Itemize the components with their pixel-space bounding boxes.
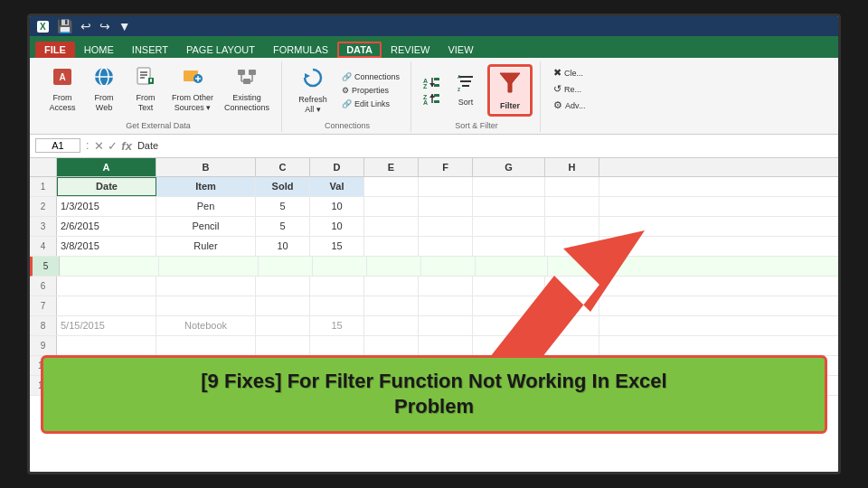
cell-e4[interactable] — [364, 237, 419, 256]
tab-data[interactable]: DATA — [337, 42, 382, 58]
col-header-e[interactable]: E — [364, 158, 419, 176]
tab-home[interactable]: HOME — [75, 42, 123, 58]
advanced-btn[interactable]: ⚙ Adv... — [550, 98, 589, 113]
sort-button[interactable]: A Z Sort — [449, 70, 482, 110]
cell-a8[interactable]: 5/15/2015 — [57, 316, 156, 335]
connections-btn[interactable]: 🔗 Connections — [338, 70, 403, 83]
undo-btn[interactable]: ↩ — [78, 19, 94, 33]
cell-c7[interactable] — [256, 296, 310, 315]
cell-d9[interactable] — [310, 336, 364, 355]
cell-c5[interactable] — [259, 257, 313, 276]
reapply-btn[interactable]: ↺ Re... — [550, 81, 589, 97]
existing-connections-button[interactable]: ExistingConnections — [220, 63, 274, 116]
col-header-d[interactable]: D — [310, 158, 364, 176]
col-header-c[interactable]: C — [256, 158, 310, 176]
properties-btn[interactable]: ⚙ Properties — [338, 84, 403, 97]
cell-g6[interactable] — [473, 277, 545, 296]
cell-g1[interactable] — [473, 177, 545, 196]
col-header-a[interactable]: A — [57, 158, 156, 176]
cell-e1[interactable] — [364, 177, 419, 196]
edit-links-btn[interactable]: 🔗 Edit Links — [338, 98, 403, 110]
cell-a1[interactable]: Date — [57, 177, 156, 196]
cell-h9[interactable] — [545, 336, 599, 355]
from-text-button[interactable]: FromText — [126, 63, 165, 116]
cell-h2[interactable] — [545, 197, 599, 216]
cell-a5[interactable] — [60, 257, 159, 276]
cell-g4[interactable] — [473, 237, 545, 256]
cell-d2[interactable]: 10 — [310, 197, 364, 216]
cell-e2[interactable] — [364, 197, 419, 216]
cell-d4[interactable]: 15 — [310, 237, 364, 256]
cell-f4[interactable] — [419, 237, 473, 256]
cell-f7[interactable] — [419, 296, 473, 315]
cell-b7[interactable] — [156, 296, 256, 315]
cell-h6[interactable] — [545, 277, 599, 296]
cell-b2[interactable]: Pen — [156, 197, 256, 216]
clear-btn[interactable]: ✖ Cle... — [550, 65, 589, 80]
cell-f8[interactable] — [419, 316, 473, 335]
col-header-f[interactable]: F — [419, 158, 473, 176]
cell-d3[interactable]: 10 — [310, 217, 364, 236]
cell-c1[interactable]: Sold — [256, 177, 310, 196]
cell-e6[interactable] — [364, 277, 419, 296]
cell-a4[interactable]: 3/8/2015 — [57, 237, 156, 256]
cell-f3[interactable] — [419, 217, 473, 236]
cell-d8[interactable]: 15 — [310, 316, 364, 335]
cell-reference[interactable]: A1 — [35, 138, 80, 153]
cell-f5[interactable] — [421, 257, 476, 276]
cell-e7[interactable] — [364, 296, 419, 315]
cell-e8[interactable] — [364, 316, 419, 335]
cell-h8[interactable] — [545, 316, 599, 335]
cell-c6[interactable] — [256, 277, 310, 296]
cell-a6[interactable] — [57, 277, 156, 296]
from-other-sources-button[interactable]: From OtherSources ▾ — [167, 63, 218, 116]
cell-c9[interactable] — [256, 336, 310, 355]
cell-g9[interactable] — [473, 336, 545, 355]
tab-formulas[interactable]: FORMULAS — [264, 42, 337, 58]
cell-a2[interactable]: 1/3/2015 — [57, 197, 156, 216]
cell-d7[interactable] — [310, 296, 364, 315]
col-header-h[interactable]: H — [545, 158, 599, 176]
cell-d5[interactable] — [313, 257, 367, 276]
cell-e3[interactable] — [364, 217, 419, 236]
cell-c8[interactable] — [256, 316, 310, 335]
cell-a3[interactable]: 2/6/2015 — [57, 217, 156, 236]
col-header-b[interactable]: B — [156, 158, 256, 176]
cell-c2[interactable]: 5 — [256, 197, 310, 216]
cell-g2[interactable] — [473, 197, 545, 216]
customize-qa-btn[interactable]: ▼ — [116, 19, 134, 33]
cell-g3[interactable] — [473, 217, 545, 236]
cell-d6[interactable] — [310, 277, 364, 296]
cell-b5[interactable] — [159, 257, 259, 276]
cell-g8[interactable] — [473, 316, 545, 335]
cell-h7[interactable] — [545, 296, 599, 315]
cell-f1[interactable] — [419, 177, 473, 196]
cell-b8[interactable]: Notebook — [156, 316, 256, 335]
tab-insert[interactable]: INSERT — [123, 42, 177, 58]
from-access-button[interactable]: A FromAccess — [42, 63, 82, 116]
col-header-g[interactable]: G — [473, 158, 545, 176]
cell-e5[interactable] — [367, 257, 421, 276]
cell-b4[interactable]: Ruler — [156, 237, 256, 256]
cell-f9[interactable] — [419, 336, 473, 355]
tab-file[interactable]: FILE — [35, 42, 75, 58]
tab-review[interactable]: REVIEW — [382, 42, 439, 58]
formula-bar-input[interactable]: Date — [137, 140, 833, 151]
cell-e9[interactable] — [364, 336, 419, 355]
fx-icon[interactable]: fx — [121, 139, 132, 153]
cell-a7[interactable] — [57, 296, 156, 315]
tab-page-layout[interactable]: PAGE LAYOUT — [177, 42, 264, 58]
cell-f6[interactable] — [419, 277, 473, 296]
cell-h5[interactable] — [548, 257, 602, 276]
cell-g7[interactable] — [473, 296, 545, 315]
save-quick-btn[interactable]: 💾 — [54, 19, 75, 33]
cell-a9[interactable] — [57, 336, 156, 355]
cell-h4[interactable] — [545, 237, 599, 256]
tab-view[interactable]: VIEW — [439, 42, 482, 58]
cell-h1[interactable] — [545, 177, 599, 196]
sort-za-button[interactable]: Z A — [420, 91, 444, 106]
cell-b1[interactable]: Item — [156, 177, 256, 196]
confirm-icon[interactable]: ✓ — [108, 139, 118, 153]
refresh-all-button[interactable]: RefreshAll ▾ — [291, 63, 335, 117]
cell-g5[interactable] — [476, 257, 548, 276]
